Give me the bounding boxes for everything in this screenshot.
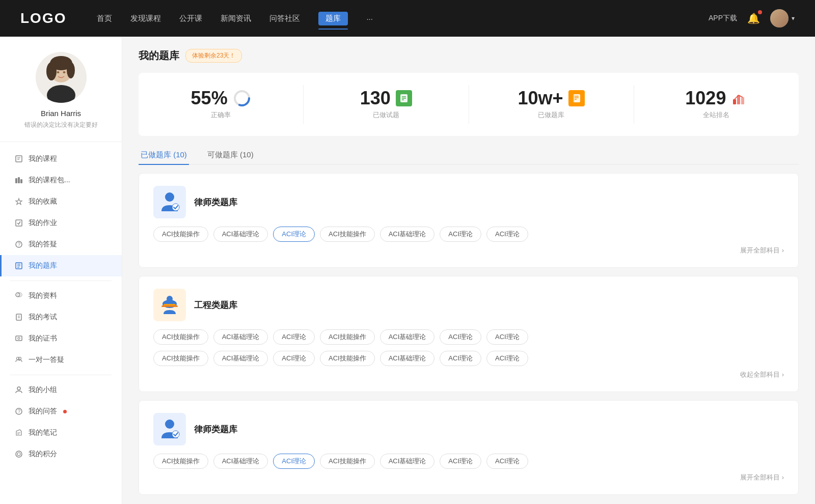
tag-law2-aci-basic-2[interactable]: ACI基础理论: [380, 454, 435, 469]
svg-rect-12: [18, 177, 20, 183]
svg-point-7: [63, 71, 65, 73]
chart-icon: [731, 90, 747, 106]
tag-aci-skill-op-2[interactable]: ACI技能操作: [320, 227, 375, 242]
sidebar-item-my-notes[interactable]: 我的笔记: [0, 422, 122, 443]
qbank-title-lawyer-2: 律师类题库: [194, 424, 237, 435]
tag-aci-basic-theory-1[interactable]: ACI基础理论: [213, 227, 268, 242]
nav-news[interactable]: 新闻资讯: [221, 12, 251, 25]
tag-aci-theory-2[interactable]: ACI理论: [440, 227, 481, 242]
profile-motto: 错误的决定比没有决定要好: [24, 121, 98, 129]
svg-point-57: [165, 419, 174, 429]
lawyer-icon-2: [153, 413, 186, 445]
nav-avatar: [770, 9, 789, 27]
nav-question-bank[interactable]: 题库: [318, 12, 348, 25]
user-avatar-menu[interactable]: ▾: [770, 9, 795, 27]
tag-law2-aci-theory-3[interactable]: ACI理论: [486, 454, 528, 469]
sidebar-label-my-qa: 我的答疑: [29, 240, 57, 249]
tag-eng-aci-theory-2[interactable]: ACI理论: [440, 329, 481, 345]
qbank-title-engineer: 工程类题库: [194, 299, 237, 311]
notification-badge: [758, 10, 762, 14]
homework-icon: [14, 218, 23, 228]
stat-ranking: 1029 全站排名: [634, 85, 799, 124]
expand-link-lawyer-2[interactable]: 展开全部科目 ›: [153, 469, 784, 482]
nav-qa[interactable]: 问答社区: [269, 12, 300, 25]
collapse-link-engineer[interactable]: 收起全部科目 ›: [153, 366, 784, 379]
sidebar-item-my-data[interactable]: 我的资料: [0, 285, 122, 306]
nav-discover[interactable]: 发现课程: [130, 12, 161, 25]
tag-eng-aci-skill-3[interactable]: ACI技能操作: [153, 351, 208, 366]
data-icon: [14, 291, 23, 300]
navbar-nav: 首页 发现课程 公开课 新闻资讯 问答社区 题库 ···: [97, 12, 709, 25]
certificate-icon: [14, 334, 23, 343]
tag-law2-aci-basic-1[interactable]: ACI基础理论: [213, 454, 268, 469]
sidebar-item-certificate[interactable]: 我的证书: [0, 328, 122, 349]
tag-eng-aci-skill-1[interactable]: ACI技能操作: [153, 329, 208, 345]
tag-eng-aci-skill-2[interactable]: ACI技能操作: [320, 329, 375, 345]
svg-rect-8: [16, 156, 22, 162]
svg-rect-55: [161, 305, 178, 307]
sidebar-item-my-exam[interactable]: 我的考试: [0, 306, 122, 328]
tag-aci-skill-op-1[interactable]: ACI技能操作: [153, 227, 208, 242]
notification-bell-icon[interactable]: 🔔: [747, 12, 760, 24]
qbank-card-engineer: 工程类题库 ACI技能操作 ACI基础理论 ACI理论 ACI技能操作 ACI基…: [139, 276, 799, 392]
group-icon: [14, 385, 23, 395]
sidebar-item-one-on-one[interactable]: 一对一答疑: [0, 349, 122, 371]
tab-done-banks[interactable]: 已做题库 (10): [139, 146, 189, 165]
nav-open-course[interactable]: 公开课: [179, 12, 202, 25]
tag-eng-aci-theory-6[interactable]: ACI理论: [486, 351, 528, 366]
tag-eng-aci-basic-2[interactable]: ACI基础理论: [380, 329, 435, 345]
sidebar-item-my-points[interactable]: 我的积分: [0, 443, 122, 465]
expand-link-lawyer-1[interactable]: 展开全部科目 ›: [153, 242, 784, 255]
sidebar-item-homework[interactable]: 我的作业: [0, 212, 122, 234]
sidebar-label-my-notes: 我的笔记: [29, 428, 57, 437]
tag-law2-aci-skill-1[interactable]: ACI技能操作: [153, 454, 208, 469]
sidebar-item-my-courses[interactable]: 我的课程: [0, 148, 122, 170]
sidebar-item-question-bank[interactable]: 我的题库: [0, 255, 122, 276]
tab-available-banks[interactable]: 可做题库 (10): [205, 146, 256, 165]
stat-accuracy-top: 55%: [191, 89, 251, 107]
menu-divider-1: [10, 281, 112, 281]
tag-eng-aci-basic-3[interactable]: ACI基础理论: [213, 351, 268, 366]
sidebar-label-my-group: 我的小组: [29, 385, 57, 395]
qbank-tags-lawyer-1: ACI技能操作 ACI基础理论 ACI理论 ACI技能操作 ACI基础理论 AC…: [153, 227, 784, 242]
navbar-right: APP下载 🔔 ▾: [709, 9, 795, 27]
svg-text:?: ?: [18, 409, 21, 414]
tag-aci-basic-theory-2[interactable]: ACI基础理论: [380, 227, 435, 242]
navbar-logo: LOGO: [20, 10, 66, 26]
trial-badge: 体验剩余23天！: [185, 49, 242, 63]
tag-eng-aci-basic-4[interactable]: ACI基础理论: [380, 351, 435, 366]
sidebar-item-my-question[interactable]: ? 我的问答: [0, 401, 122, 422]
one-on-one-icon: [14, 355, 23, 365]
tag-law2-aci-skill-2[interactable]: ACI技能操作: [320, 454, 375, 469]
svg-point-6: [57, 71, 59, 73]
sidebar-label-my-exam: 我的考试: [29, 313, 57, 322]
nav-home[interactable]: 首页: [97, 12, 112, 25]
qbank-header-engineer: 工程类题库: [153, 289, 784, 321]
main-content: 我的题库 体验剩余23天！ 55% 正确率: [122, 37, 815, 504]
svg-rect-48: [733, 99, 736, 104]
qbank-tags-engineer-row2: ACI技能操作 ACI基础理论 ACI理论 ACI技能操作 ACI基础理论 AC…: [153, 351, 784, 366]
avatar: [36, 52, 87, 103]
nav-more[interactable]: ···: [366, 12, 373, 25]
tag-eng-aci-theory-3[interactable]: ACI理论: [486, 329, 528, 345]
tag-eng-aci-theory-1[interactable]: ACI理论: [273, 329, 315, 345]
tag-eng-aci-basic-1[interactable]: ACI基础理论: [213, 329, 268, 345]
sidebar-item-favorites[interactable]: 我的收藏: [0, 191, 122, 212]
tag-eng-aci-theory-4[interactable]: ACI理论: [273, 351, 315, 366]
sidebar-item-my-qa[interactable]: ? 我的答疑: [0, 234, 122, 255]
sidebar-item-my-group[interactable]: 我的小组: [0, 379, 122, 401]
tag-law2-aci-theory-active[interactable]: ACI理论: [273, 454, 315, 469]
sidebar-label-my-points: 我的积分: [29, 450, 57, 459]
sidebar-item-course-package[interactable]: 我的课程包...: [0, 170, 122, 191]
tag-eng-aci-skill-4[interactable]: ACI技能操作: [320, 351, 375, 366]
tag-law2-aci-theory-2[interactable]: ACI理论: [440, 454, 481, 469]
app-download-button[interactable]: APP下载: [709, 14, 737, 23]
svg-rect-23: [16, 314, 21, 320]
sidebar-label-my-data: 我的资料: [29, 291, 57, 300]
page-layout: Brian Harris 错误的决定比没有决定要好 我的课程 我的课程包...: [0, 37, 815, 504]
svg-point-30: [17, 387, 20, 390]
tag-eng-aci-theory-5[interactable]: ACI理论: [440, 351, 481, 366]
notes-icon: [14, 428, 23, 437]
tag-aci-theory-active-1[interactable]: ACI理论: [273, 227, 315, 242]
tag-aci-theory-3[interactable]: ACI理论: [486, 227, 528, 242]
